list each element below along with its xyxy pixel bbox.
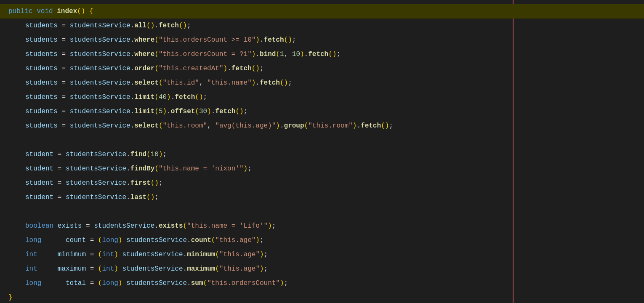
code-line-7: students = studentsService.limit(40).fet… [0, 90, 644, 104]
method-index: index [57, 4, 77, 19]
code-line-16: boolean exists = studentsService.exists(… [0, 219, 644, 233]
keyword-public: public [8, 4, 33, 19]
code-line-11: student = studentsService.find(10); [0, 147, 644, 162]
code-line-20: long total = (long) studentsService.sum(… [0, 276, 644, 290]
code-line-2: students = studentsService.all().fetch()… [0, 19, 644, 33]
code-line-14: student = studentsService.last(); [0, 190, 644, 205]
code-line-4: students = studentsService.where("this.o… [0, 47, 644, 61]
open-brace: { [89, 4, 93, 19]
blank-line-1 [0, 133, 644, 147]
code-line-5: students = studentsService.order("this.c… [0, 61, 644, 76]
code-line-12: student = studentsService.findBy("this.n… [0, 162, 644, 176]
code-line-9: students = studentsService.select("this.… [0, 119, 644, 133]
code-line-3: students = studentsService.where("this.o… [0, 33, 644, 47]
keyword-void: void [37, 4, 53, 19]
code-line-6: students = studentsService.select("this.… [0, 76, 644, 90]
code-line-18: int minimum = (int) studentsService.mini… [0, 247, 644, 262]
code-line-17: long count = (long) studentsService.coun… [0, 233, 644, 247]
blank-line-2 [0, 205, 644, 219]
code-editor: public void index() { students = student… [0, 0, 644, 303]
code-line-21: } [0, 290, 644, 303]
code-line-8: students = studentsService.limit(5).offs… [0, 104, 644, 119]
code-line-13: student = studentsService.first(); [0, 176, 644, 190]
code-line-1: public void index() { [0, 4, 644, 19]
code-line-19: int maximum = (int) studentsService.maxi… [0, 262, 644, 276]
close-brace: } [8, 290, 13, 303]
